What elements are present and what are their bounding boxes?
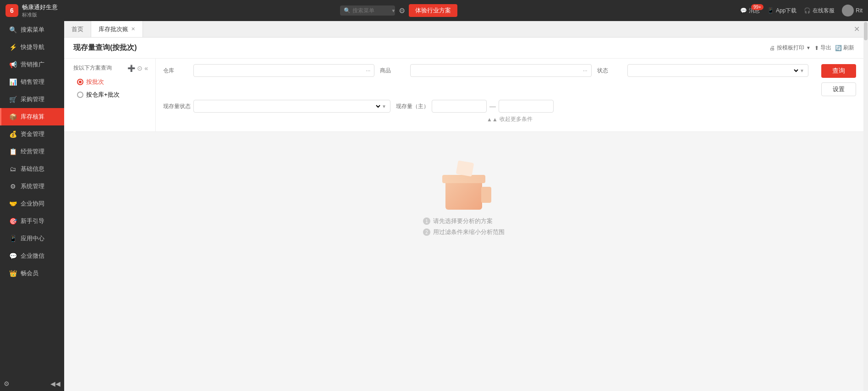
stock-status-select-wrap[interactable]: ▼ bbox=[193, 100, 390, 113]
experience-button[interactable]: 体验行业方案 bbox=[409, 4, 457, 17]
filter-status-field: 状态 ▼ bbox=[597, 64, 808, 77]
stock-qty-from[interactable] bbox=[432, 100, 487, 113]
tip-num-2: 2 bbox=[423, 228, 430, 236]
scheme-dot-batch bbox=[77, 79, 83, 85]
settings-button[interactable]: 设置 bbox=[821, 82, 856, 96]
refresh-button[interactable]: 🔄 刷新 bbox=[835, 44, 854, 52]
scheme-label-warehouse-batch: 按仓库+批次 bbox=[86, 91, 120, 99]
scheme-item-batch[interactable]: 按批次 bbox=[73, 76, 148, 88]
app-center-icon: 📱 bbox=[9, 234, 17, 243]
avatar bbox=[842, 5, 854, 16]
tab-inventory-batch[interactable]: 库存批次账 ✕ bbox=[91, 21, 143, 37]
right-scrollbar[interactable] bbox=[863, 21, 868, 391]
tip-text-1: 请先选择要分析的方案 bbox=[433, 217, 493, 225]
sidebar-item-basic[interactable]: 🗂 基础信息 bbox=[0, 160, 64, 178]
scheme-panel: 按以下方案查询 ➕ ⊙ « 按批次 bbox=[64, 59, 156, 131]
user-avatar-area[interactable]: Rit bbox=[842, 5, 863, 16]
filter-stock-qty-field: 现存量（主） — bbox=[396, 100, 623, 113]
export-button[interactable]: ⬆ 导出 bbox=[814, 44, 831, 52]
template-print-button[interactable]: 🖨 按模板打印 ▼ bbox=[769, 44, 811, 52]
scheme-settings-icon[interactable]: ⊙ bbox=[137, 65, 143, 72]
collapse-bar[interactable]: ▲▲ 收起更多条件 bbox=[163, 113, 856, 126]
sidebar-item-purchase[interactable]: 🛒 采购管理 bbox=[0, 91, 64, 108]
scheme-label-batch: 按批次 bbox=[86, 78, 104, 86]
content-area: 首页 库存批次账 ✕ ✕ 现存量查询(按批次) 🖨 按模板打印 ▼ bbox=[64, 21, 863, 391]
sidebar-item-quick-nav[interactable]: ⚡ 快捷导航 bbox=[0, 38, 64, 56]
collapse-chevron-icon: ▲▲ bbox=[487, 116, 498, 123]
scroll-thumb[interactable] bbox=[864, 22, 868, 40]
finance-icon: 💰 bbox=[9, 130, 17, 138]
sidebar-item-label: 资金管理 bbox=[21, 130, 44, 138]
collapse-sidebar-icon[interactable]: ◀◀ bbox=[50, 380, 60, 387]
scheme-dot-warehouse bbox=[77, 92, 83, 98]
tab-home[interactable]: 首页 bbox=[64, 21, 91, 37]
search-menu-input[interactable] bbox=[352, 7, 389, 14]
sidebar-item-label: 系统管理 bbox=[21, 182, 44, 190]
topbar-center: 🔍 ▼ ⚙ 体验行业方案 bbox=[340, 4, 457, 17]
sidebar-item-wechat[interactable]: 💬 企业微信 bbox=[0, 247, 64, 265]
app-download-label: App下载 bbox=[776, 7, 797, 15]
inventory-icon: 📦 bbox=[9, 113, 17, 121]
tab-bar-right: ✕ bbox=[143, 21, 863, 37]
system-icon: ⚙ bbox=[9, 182, 17, 190]
sidebar-item-marketing[interactable]: 📢 营销推广 bbox=[0, 56, 64, 73]
sidebar-item-system[interactable]: ⚙ 系统管理 bbox=[0, 178, 64, 195]
tip-text-2: 用过滤条件来缩小分析范围 bbox=[433, 228, 505, 236]
sidebar: 🔍 搜索菜单 ⚡ 快捷导航 📢 营销推广 📊 销售管理 🛒 采购管理 📦 库存核… bbox=[0, 21, 64, 391]
brand-info: 畅康通好生意 标准版 bbox=[22, 3, 58, 18]
product-more-icon[interactable]: ··· bbox=[583, 67, 588, 74]
page-header-actions: 🖨 按模板打印 ▼ ⬆ 导出 🔄 刷新 bbox=[769, 44, 854, 52]
sidebar-item-app-center[interactable]: 📱 应用中心 bbox=[0, 230, 64, 247]
sidebar-item-enterprise[interactable]: 🤝 企业协同 bbox=[0, 195, 64, 212]
product-input[interactable] bbox=[414, 67, 582, 74]
settings-bottom-icon[interactable]: ⚙ bbox=[4, 380, 10, 387]
scheme-item-warehouse-batch[interactable]: 按仓库+批次 bbox=[73, 88, 148, 101]
gear-icon[interactable]: ⚙ bbox=[399, 6, 405, 15]
newbie-icon: 🎯 bbox=[9, 217, 17, 225]
sidebar-item-label: 新手引导 bbox=[21, 217, 44, 225]
export-icon: ⬆ bbox=[814, 45, 819, 51]
sidebar-item-finance[interactable]: 💰 资金管理 bbox=[0, 125, 64, 143]
add-scheme-icon[interactable]: ➕ bbox=[127, 65, 135, 72]
status-label: 状态 bbox=[597, 67, 625, 75]
query-button[interactable]: 查询 bbox=[821, 64, 856, 78]
page-title: 现存量查询(按批次) bbox=[73, 43, 137, 53]
sidebar-item-search[interactable]: 🔍 搜索菜单 bbox=[0, 21, 64, 38]
brand-sub: 标准版 bbox=[22, 11, 58, 18]
scheme-header: 按以下方案查询 ➕ ⊙ « bbox=[73, 64, 148, 72]
tab-close-button[interactable]: ✕ bbox=[131, 27, 135, 32]
collapse-scheme-icon[interactable]: « bbox=[144, 65, 148, 72]
product-input-wrap[interactable]: ··· bbox=[410, 64, 591, 77]
stock-status-label: 现存量状态 bbox=[163, 103, 191, 110]
sidebar-item-inventory[interactable]: 📦 库存核算 bbox=[0, 108, 64, 125]
filter-warehouse-field: 仓库 ··· bbox=[163, 64, 374, 77]
empty-box-lid bbox=[442, 175, 485, 183]
stock-qty-from-input[interactable] bbox=[436, 103, 483, 109]
status-select-wrap[interactable]: ▼ bbox=[627, 64, 808, 77]
member-icon: 👑 bbox=[9, 269, 17, 277]
sidebar-item-member[interactable]: 👑 畅会员 bbox=[0, 265, 64, 282]
sidebar-item-business[interactable]: 📋 经营管理 bbox=[0, 143, 64, 160]
message-icon: 💬 bbox=[740, 7, 747, 14]
sidebar-item-newbie[interactable]: 🎯 新手引导 bbox=[0, 212, 64, 230]
filter-product-field: 商品 ··· bbox=[380, 64, 591, 77]
empty-tips: 1 请先选择要分析的方案 2 用过滤条件来缩小分析范围 bbox=[423, 217, 505, 236]
sidebar-item-label: 搜索菜单 bbox=[21, 26, 44, 34]
app-download-button[interactable]: 📱 App下载 bbox=[767, 7, 797, 15]
warehouse-input-wrap[interactable]: ··· bbox=[193, 64, 374, 77]
stock-qty-to-input[interactable] bbox=[503, 103, 549, 109]
empty-paper bbox=[456, 160, 474, 177]
warehouse-more-icon[interactable]: ··· bbox=[366, 67, 370, 74]
message-button[interactable]: 💬 消息 99+ bbox=[740, 7, 760, 15]
status-select[interactable] bbox=[632, 67, 800, 74]
sidebar-bottom: ⚙ ◀◀ bbox=[0, 376, 64, 391]
sidebar-item-label: 库存核算 bbox=[21, 113, 44, 121]
stock-status-select[interactable] bbox=[198, 103, 382, 110]
online-service-button[interactable]: 🎧 在线客服 bbox=[804, 7, 835, 15]
sidebar-item-label: 应用中心 bbox=[21, 234, 44, 243]
sidebar-item-sales[interactable]: 📊 销售管理 bbox=[0, 73, 64, 91]
stock-qty-to[interactable] bbox=[499, 100, 554, 113]
search-menu-bar[interactable]: 🔍 ▼ bbox=[340, 5, 395, 16]
warehouse-input[interactable] bbox=[198, 67, 366, 74]
close-page-button[interactable]: ✕ bbox=[854, 25, 860, 33]
